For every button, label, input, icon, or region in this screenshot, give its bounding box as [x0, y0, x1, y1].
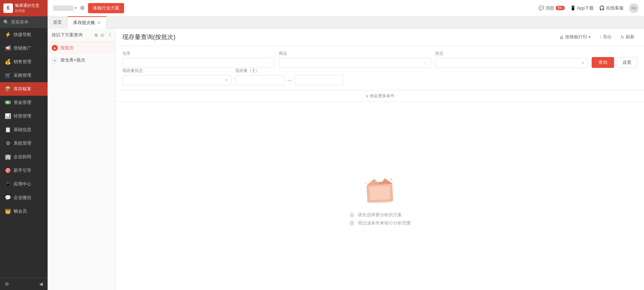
product-field: 商品 ··· [279, 51, 431, 68]
hint-num-1: 1 [349, 212, 355, 218]
left-panel: 按以下方案查询 ⊕ ⊙ 《 ● 按批次 ● 按仓库+批次 [48, 29, 116, 290]
operation-icon: 📊 [5, 113, 11, 119]
purchase-icon: 🛒 [5, 72, 11, 78]
sidebar-item-system[interactable]: ⚙ 系统管理 [0, 137, 48, 150]
stock-qty-field: 现存量（主） — [235, 68, 344, 85]
export-btn[interactable]: ↑ 导出 [597, 33, 615, 41]
stock-qty-min-input[interactable] [235, 75, 285, 85]
sidebar-item-finance-label: 资金管理 [14, 99, 31, 106]
warehouse-input[interactable]: ··· [122, 58, 275, 68]
sidebar-item-marketing[interactable]: 📢 营销推广 [0, 41, 48, 55]
search-menu[interactable]: 🔍 搜索菜单 [0, 16, 48, 28]
scheme-red-icon: ● [52, 45, 58, 51]
empty-hint-2: 2 用过滤条件来缩小分析范围 [349, 220, 411, 226]
avatar: Rit [629, 3, 639, 13]
page-header-actions: 🖨 按模板打印 ▾ ↑ 导出 ↻ 刷新 [557, 33, 638, 41]
status-dropdown-icon: ▾ [582, 60, 584, 65]
sidebar-item-basic[interactable]: 📋 基础信息 [0, 123, 48, 137]
add-scheme-btn[interactable]: ⊕ [94, 32, 98, 38]
export-label: 导出 [603, 34, 612, 40]
sidebar-item-operation[interactable]: 📊 经营管理 [0, 109, 48, 123]
hint-num-2: 2 [349, 220, 355, 226]
inventory-icon: 📦 [5, 86, 11, 92]
sidebar-item-inventory[interactable]: 📦 库存核算 [0, 82, 48, 96]
settings-footer-icon[interactable]: ⚙ [5, 281, 9, 287]
trial-btn[interactable]: 体验行业方案 [88, 3, 124, 13]
refresh-btn[interactable]: ↻ 刷新 [618, 33, 637, 41]
sidebar-item-sales[interactable]: 💰 销售管理 [0, 55, 48, 69]
sidebar-item-member[interactable]: 👑 畅会员 [0, 204, 48, 218]
query-btn[interactable]: 查询 [592, 57, 614, 68]
tab-inventory-batch[interactable]: 库存批次账 ✕ [68, 16, 106, 29]
empty-illustration: ✦ ✦ [359, 166, 400, 206]
collapse-bar[interactable]: ∧ 收起更多条件 [116, 90, 644, 102]
settings-btn[interactable]: 设置 [617, 57, 637, 68]
search-menu-label: 搜索菜单 [11, 19, 29, 25]
enterprise-wechat-icon: 💬 [5, 195, 11, 201]
sidebar-item-enterprise-wechat-label: 企业微信 [14, 195, 31, 201]
app-center-icon: 📱 [5, 181, 11, 187]
product-more-btn[interactable]: ··· [424, 60, 427, 65]
sidebar-item-guide[interactable]: 🎯 新手引导 [0, 164, 48, 177]
stock-status-input[interactable]: ▾ [122, 75, 231, 85]
collapse-panel-btn[interactable]: 《 [106, 32, 111, 38]
sidebar-item-purchase-label: 采购管理 [14, 72, 31, 78]
refresh-label: 刷新 [626, 34, 634, 40]
print-btn[interactable]: 🖨 按模板打印 ▾ [557, 33, 593, 41]
sidebar-brand: 畅康通好生意 标准版 [15, 3, 39, 13]
scheme-settings-btn[interactable]: ⊙ [100, 32, 104, 38]
tabbar: 首页 库存批次账 ✕ [48, 16, 644, 29]
sidebar-item-enterprise-wechat[interactable]: 💬 企业微信 [0, 191, 48, 204]
stock-qty-dash: — [288, 78, 292, 83]
print-dropdown-icon: ▾ [589, 35, 591, 39]
stock-qty-label: 现存量（主） [235, 68, 344, 74]
app-download-btn[interactable]: 📱 App下载 [570, 5, 594, 11]
sidebar-item-enterprise[interactable]: 🏢 企业协同 [0, 150, 48, 164]
svg-rect-2 [369, 185, 390, 200]
empty-svg-illustration: ✦ ✦ [359, 166, 400, 206]
tab-home[interactable]: 首页 [48, 16, 68, 29]
messages-btn[interactable]: 💬 消息 99+ [539, 5, 565, 11]
filter-actions: 查询 设置 [592, 57, 637, 68]
sidebar-item-purchase[interactable]: 🛒 采购管理 [0, 69, 48, 82]
sidebar-item-enterprise-label: 企业协同 [14, 154, 31, 160]
sidebar-item-operation-label: 经营管理 [14, 113, 31, 119]
search-icon: 🔍 [3, 20, 9, 25]
stock-status-field: 现存量状态 ▾ [122, 68, 231, 85]
empty-hints: 1 请先选择要分析的方案 2 用过滤条件来缩小分析范围 [349, 212, 411, 226]
topbar-right: 💬 消息 99+ 📱 App下载 🎧 在线客服 Rit [539, 3, 639, 13]
sidebar-item-basic-label: 基础信息 [14, 127, 31, 133]
sidebar-item-finance[interactable]: 💵 资金管理 [0, 96, 48, 109]
dropdown-arrow-icon: ▾ [75, 6, 77, 10]
sidebar-item-quick-nav[interactable]: ⚡ 快捷导航 [0, 28, 48, 41]
sidebar-item-member-label: 畅会员 [14, 208, 27, 214]
tab-close-icon[interactable]: ✕ [97, 20, 101, 25]
scheme-by-warehouse-batch-label: 按仓库+批次 [61, 57, 85, 63]
main-area: ▾ ⚙ 体验行业方案 💬 消息 99+ 📱 App下载 🎧 在线客服 Rit [48, 0, 644, 290]
scheme-item-by-batch[interactable]: ● 按批次 [48, 42, 115, 54]
topbar-gear-icon[interactable]: ⚙ [80, 5, 85, 11]
svg-text:✦: ✦ [365, 182, 367, 185]
stock-status-dropdown-icon: ▾ [225, 78, 227, 83]
app-download-label: App下载 [577, 5, 594, 11]
sidebar-item-app-center[interactable]: 📱 应用中心 [0, 177, 48, 191]
sidebar: 6 畅康通好生意 标准版 🔍 搜索菜单 ⚡ 快捷导航 📢 营销推广 💰 销售管理… [0, 0, 48, 290]
customer-service-btn[interactable]: 🎧 在线客服 [599, 5, 624, 11]
basic-icon: 📋 [5, 127, 11, 133]
print-label: 按模板打印 [565, 34, 587, 40]
stock-qty-max-input[interactable] [295, 75, 344, 85]
product-input[interactable]: ··· [279, 58, 431, 68]
status-input[interactable]: ▾ [435, 58, 588, 68]
warehouse-more-btn[interactable]: ··· [268, 60, 271, 65]
sidebar-item-system-label: 系统管理 [14, 140, 31, 146]
print-icon: 🖨 [559, 35, 564, 40]
empty-hint-1: 1 请先选择要分析的方案 [349, 212, 411, 218]
collapse-sidebar-btn[interactable]: ◀ [39, 281, 43, 287]
sidebar-nav: ⚡ 快捷导航 📢 营销推广 💰 销售管理 🛒 采购管理 📦 库存核算 💵 资金管… [0, 28, 48, 277]
topbar-dropdown[interactable]: ▾ [53, 5, 77, 11]
empty-state: ✦ ✦ 1 请先选择要分析的方案 2 用过滤条件来缩小分析范围 [116, 102, 644, 290]
user-btn[interactable]: Rit [629, 3, 639, 13]
scheme-item-by-warehouse-batch[interactable]: ● 按仓库+批次 [48, 54, 115, 66]
collapse-icon: ∧ [366, 94, 369, 98]
stock-status-label: 现存量状态 [122, 68, 231, 74]
